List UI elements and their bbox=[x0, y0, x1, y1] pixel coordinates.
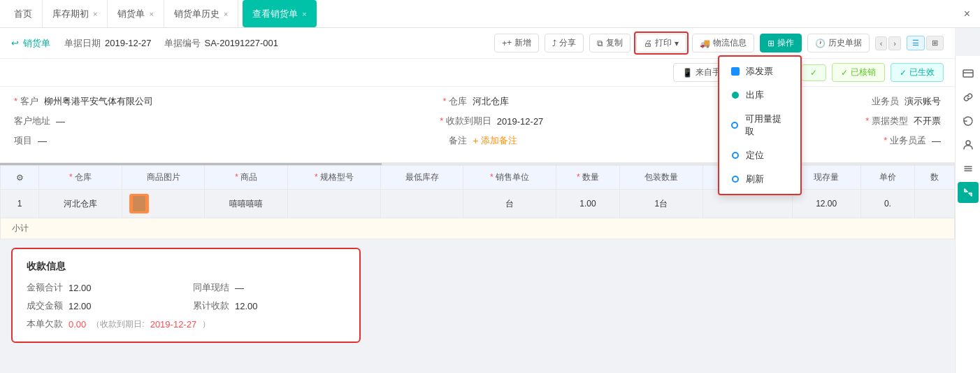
next-button[interactable]: › bbox=[888, 36, 901, 50]
list-view-button[interactable]: ☰ bbox=[907, 36, 925, 50]
form-row-2: 客户地址 — 收款到期日 2019-12-27 票据类型 不开票 bbox=[14, 115, 941, 127]
tab-close-history[interactable]: × bbox=[224, 10, 228, 18]
project-value: — bbox=[38, 136, 47, 146]
arrears-date: 2019-12-27 bbox=[150, 319, 197, 330]
salesperson-field: 业务员孟 — bbox=[884, 134, 941, 147]
col-pack-qty: 包装数量 bbox=[620, 166, 703, 190]
dropdown-refresh[interactable]: 刷新 bbox=[719, 167, 800, 191]
locate-icon bbox=[730, 150, 740, 160]
check-icon-area: ✓ bbox=[801, 64, 826, 81]
deal-amount-label: 成交金额 bbox=[27, 300, 63, 312]
col-gear[interactable]: ⚙ bbox=[1, 166, 39, 190]
dropdown-available-pickup[interactable]: 可用量提取 bbox=[719, 107, 800, 143]
side-icon-expand[interactable] bbox=[958, 182, 979, 203]
doc-date-field: 单据日期 2019-12-27 bbox=[64, 37, 152, 50]
cumulative-value: 12.00 bbox=[235, 301, 258, 311]
operations-wrapper: ⊞ 操作 添发票 出库 bbox=[760, 34, 802, 52]
logistics-button[interactable]: 🚚 物流信息 bbox=[692, 34, 754, 52]
history-button[interactable]: 🕐 历史单据 bbox=[807, 34, 870, 52]
form-row-3: 项目 — 备注 + 添加备注 业务员孟 — bbox=[14, 134, 941, 147]
cell-extra bbox=[915, 190, 955, 218]
history-icon: 🕐 bbox=[815, 38, 826, 48]
tab-sales-order[interactable]: 销货单 × bbox=[108, 0, 164, 27]
tab-bar: 首页 库存期初 × 销货单 × 销货单历史 × 查看销货单 × × bbox=[0, 0, 980, 28]
operations-dropdown: 添发票 出库 可用量提取 bbox=[718, 55, 802, 195]
plus-icon: + bbox=[473, 135, 478, 146]
customer-value: 柳州粤港平安气体有限公司 bbox=[44, 95, 153, 108]
product-image bbox=[129, 194, 149, 213]
tab-close-inventory[interactable]: × bbox=[93, 10, 97, 18]
product-image-inner bbox=[133, 196, 145, 211]
doc-meta: 单据日期 2019-12-27 单据编号 SA-20191227-001 bbox=[64, 37, 494, 50]
add-note-button[interactable]: + 添加备注 bbox=[473, 134, 517, 147]
check-circle-icon: ✓ bbox=[810, 68, 817, 78]
side-icon-refresh[interactable] bbox=[958, 111, 979, 132]
table-header-row: ⚙ * 仓库 商品图片 * 商品 * 规格型号 最低库存 * 销售单位 * 数量… bbox=[1, 166, 955, 190]
date-label: 单据日期 bbox=[64, 37, 101, 50]
salesperson-value: — bbox=[932, 136, 941, 146]
side-icon-link[interactable] bbox=[958, 87, 979, 108]
cell-no: 1 bbox=[1, 190, 39, 218]
same-order-value: — bbox=[235, 283, 244, 293]
refresh-icon-dropdown bbox=[730, 174, 740, 184]
content-area: ↩ 销货单 单据日期 2019-12-27 单据编号 SA-20191227-0… bbox=[0, 28, 980, 373]
date-value: 2019-12-27 bbox=[105, 38, 152, 48]
doc-header: ↩ 销货单 单据日期 2019-12-27 单据编号 SA-20191227-0… bbox=[0, 28, 955, 59]
right-panel bbox=[955, 56, 980, 373]
operations-button[interactable]: ⊞ 操作 bbox=[760, 34, 802, 52]
effective-badge[interactable]: ✓ 已生效 bbox=[891, 63, 944, 82]
toolbar: + + 新增 ⤴ 分享 ⧉ 复制 🖨 打印 bbox=[494, 34, 944, 52]
summary-section: 收款信息 金额合计 12.00 同单现结 — 成交金额 12.00 bbox=[11, 248, 361, 343]
print-button[interactable]: 🖨 打印 ▾ bbox=[636, 34, 686, 52]
cell-price: 0. bbox=[860, 190, 914, 218]
cumulative-label: 累计收款 bbox=[193, 300, 229, 312]
tab-inventory-init[interactable]: 库存期初 × bbox=[43, 0, 108, 27]
cell-unit: 台 bbox=[463, 190, 556, 218]
share-button[interactable]: ⤴ 分享 bbox=[545, 34, 584, 52]
ticket-type-label: 票据类型 bbox=[865, 115, 908, 127]
employee-field: 业务员 演示账号 bbox=[872, 95, 941, 108]
dropdown-add-invoice[interactable]: 添发票 bbox=[719, 59, 800, 83]
grid-view-button[interactable]: ⊞ bbox=[926, 36, 944, 50]
col-current: 现存量 bbox=[792, 166, 860, 190]
dropdown-locate[interactable]: 定位 bbox=[719, 143, 800, 167]
tab-sales-history[interactable]: 销货单历史 × bbox=[164, 0, 238, 27]
confirmed-badge[interactable]: ✓ 已核销 bbox=[832, 63, 885, 82]
side-icon-user[interactable] bbox=[958, 134, 979, 155]
share-icon: ⤴ bbox=[552, 38, 556, 48]
same-order-label: 同单现结 bbox=[193, 281, 229, 294]
prev-button[interactable]: ‹ bbox=[875, 36, 888, 50]
effective-check-icon: ✓ bbox=[900, 68, 907, 78]
view-buttons: ☰ ⊞ bbox=[907, 36, 944, 50]
phone-icon: 📱 bbox=[682, 68, 693, 78]
product-table-wrapper: ⚙ * 仓库 商品图片 * 商品 * 规格型号 最低库存 * 销售单位 * 数量… bbox=[0, 162, 955, 239]
arrears-note: （收款到期日: bbox=[92, 318, 144, 330]
side-icon-card[interactable] bbox=[958, 63, 979, 84]
cumulative-row: 累计收款 12.00 bbox=[193, 300, 345, 312]
doc-title-group: ↩ 销货单 bbox=[11, 37, 50, 50]
available-icon bbox=[730, 120, 740, 130]
window-close-button[interactable]: × bbox=[964, 8, 970, 20]
arrears-value: 0.00 bbox=[69, 319, 86, 330]
nav-arrows: ‹ › bbox=[875, 36, 901, 50]
svg-rect-0 bbox=[963, 70, 973, 77]
copy-button[interactable]: ⧉ 复制 bbox=[589, 34, 630, 52]
project-label: 项目 bbox=[14, 134, 32, 147]
tab-close-view[interactable]: × bbox=[302, 10, 306, 18]
add-button[interactable]: + + 新增 bbox=[494, 34, 538, 52]
form-section: 客户 柳州粤港平安气体有限公司 仓库 河北仓库 业务员 演示账号 客户地址 bbox=[0, 87, 955, 162]
tab-home[interactable]: 首页 bbox=[7, 0, 43, 27]
copy-icon: ⧉ bbox=[597, 38, 603, 48]
outbound-icon bbox=[730, 90, 740, 100]
col-min-stock: 最低库存 bbox=[380, 166, 463, 190]
total-amount-value: 12.00 bbox=[69, 283, 92, 293]
arrears-note-end: ） bbox=[202, 318, 210, 330]
truck-icon: 🚚 bbox=[700, 38, 710, 48]
tab-close-sales[interactable]: × bbox=[149, 10, 153, 18]
address-value: — bbox=[56, 116, 65, 127]
side-icon-list[interactable] bbox=[958, 158, 979, 179]
same-order-row: 同单现结 — bbox=[193, 281, 345, 294]
tab-view-sales[interactable]: 查看销货单 × bbox=[243, 0, 316, 27]
col-unit: * 销售单位 bbox=[463, 166, 556, 190]
dropdown-outbound[interactable]: 出库 bbox=[719, 83, 800, 107]
